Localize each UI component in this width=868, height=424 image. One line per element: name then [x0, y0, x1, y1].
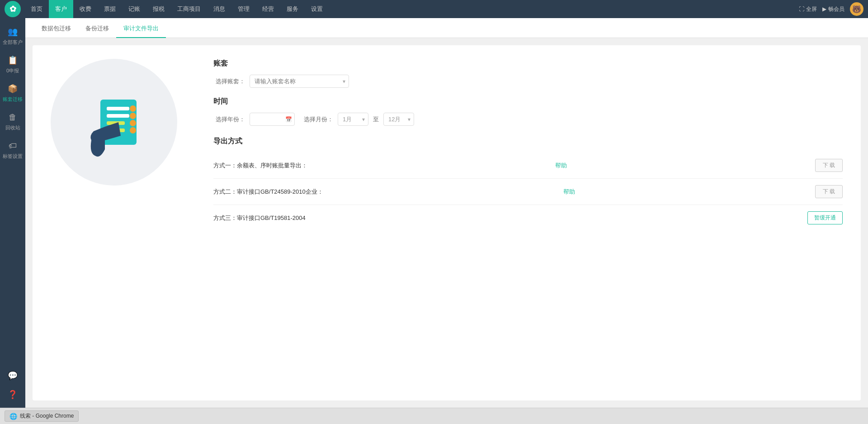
nav-settings[interactable]: 设置	[305, 0, 329, 18]
taskbar: 🌐 线索 - Google Chrome	[0, 408, 868, 424]
fullscreen-btn[interactable]: ⛶ 全屏	[799, 5, 817, 13]
sidebar-item-zero-declare[interactable]: 📋 0申报	[0, 50, 25, 79]
tab-data-migration[interactable]: 数据包迁移	[34, 20, 78, 38]
chrome-icon: 🌐	[9, 413, 17, 420]
logo-icon: ✿	[9, 4, 16, 14]
nav-business[interactable]: 工商项目	[171, 0, 207, 18]
svg-point-5	[130, 105, 136, 112]
account-field-row: 选择账套：	[213, 75, 843, 88]
account-migration-icon: 📦	[7, 83, 18, 94]
export-method-3-text: 方式三：审计接口GB/T19581-2004	[213, 214, 306, 222]
month-end-select[interactable]: 1月2月3月 4月5月6月 7月8月9月 10月11月12月	[383, 113, 414, 126]
export-method-2-help[interactable]: 帮助	[563, 188, 575, 196]
sidebar-item-all-clients[interactable]: 👥 全部客户	[0, 22, 25, 50]
nav-items: 首页 客户 收费 票据 记账 报税 工商项目 消息 管理 经营 服务 设置	[24, 0, 799, 18]
nav-accounting[interactable]: 记账	[122, 0, 146, 18]
sidebar-bottom: 💬 ❓	[5, 368, 20, 408]
nav-manage[interactable]: 管理	[231, 0, 256, 18]
to-text: 至	[373, 115, 379, 124]
month-label: 选择月份：	[304, 115, 333, 124]
vip-btn[interactable]: ▶ 畅会员	[822, 5, 844, 13]
export-method-2-text: 方式二：审计接口GB/T24589-2010企业：	[213, 188, 323, 196]
svg-point-7	[130, 120, 136, 126]
form-section: 账套 选择账套： 时间 选择年份： 2023	[51, 59, 843, 231]
fullscreen-icon: ⛶	[799, 6, 804, 12]
year-input-wrapper[interactable]: 2023	[250, 113, 295, 126]
tab-bar: 数据包迁移 备份迁移 审计文件导出	[25, 18, 868, 38]
export-method-1: 方式一：余额表、序时账批量导出： 帮助 下 载	[213, 152, 843, 179]
label-settings-icon: 🏷	[7, 140, 18, 151]
top-nav-right: ⛶ 全屏 ▶ 畅会员 🐻	[799, 2, 863, 16]
time-section-title: 时间	[213, 97, 843, 106]
sidebar-item-account-migration[interactable]: 📦 账套迁移	[0, 79, 25, 107]
svg-rect-1	[107, 107, 129, 110]
account-section-title: 账套	[213, 59, 843, 68]
nav-invoice[interactable]: 票据	[98, 0, 122, 18]
taskbar-chrome[interactable]: 🌐 线索 - Google Chrome	[5, 410, 79, 422]
sidebar-item-label-settings[interactable]: 🏷 标签设置	[0, 136, 25, 164]
svg-point-6	[130, 113, 136, 119]
nav-home[interactable]: 首页	[24, 0, 49, 18]
tab-backup-migration[interactable]: 备份迁移	[78, 20, 116, 38]
form-fields: 账套 选择账套： 时间 选择年份： 2023	[213, 59, 843, 231]
nav-message[interactable]: 消息	[207, 0, 231, 18]
nav-billing[interactable]: 收费	[73, 0, 98, 18]
illustration	[51, 59, 177, 186]
export-method-1-text: 方式一：余额表、序时账批量导出：	[213, 162, 307, 170]
export-method-3: 方式三：审计接口GB/T19581-2004 暂缓开通	[213, 205, 843, 231]
year-input[interactable]: 2023	[250, 113, 295, 126]
export-section-title: 导出方式	[213, 137, 843, 146]
month-end-select-wrapper[interactable]: 1月2月3月 4月5月6月 7月8月9月 10月11月12月	[383, 113, 414, 126]
sidebar-item-recycle[interactable]: 🗑 回收站	[0, 107, 25, 136]
nav-operate[interactable]: 经营	[256, 0, 280, 18]
chat-icon[interactable]: 💬	[5, 368, 20, 383]
svg-rect-2	[107, 114, 129, 118]
export-method-2: 方式二：审计接口GB/T24589-2010企业： 帮助 下 载	[213, 179, 843, 205]
main-layout: 👥 全部客户 📋 0申报 📦 账套迁移 🗑 回收站 🏷 标签设置 💬 ❓ 数据包…	[0, 18, 868, 408]
month-start-select-wrapper[interactable]: 1月2月3月 4月5月6月 7月8月9月 10月11月12月	[338, 113, 368, 126]
avatar[interactable]: 🐻	[850, 2, 863, 16]
zero-declare-icon: 📋	[7, 55, 18, 66]
svg-point-8	[130, 127, 136, 133]
export-method-1-btn[interactable]: 下 载	[815, 159, 843, 172]
nav-tax[interactable]: 报税	[146, 0, 171, 18]
export-method-1-help[interactable]: 帮助	[555, 162, 567, 170]
export-method-2-btn[interactable]: 下 载	[815, 185, 843, 198]
export-method-3-btn[interactable]: 暂缓开通	[807, 211, 843, 224]
help-icon[interactable]: ❓	[5, 387, 20, 402]
taskbar-chrome-label: 线索 - Google Chrome	[20, 412, 74, 420]
account-select-input[interactable]	[250, 75, 349, 88]
export-section: 导出方式 方式一：余额表、序时账批量导出： 帮助 下 载 方式二：审计接口GB/…	[213, 137, 843, 231]
recycle-icon: 🗑	[7, 112, 18, 123]
content-area: 数据包迁移 备份迁移 审计文件导出	[25, 18, 868, 408]
page-content: 账套 选择账套： 时间 选择年份： 2023	[33, 45, 861, 400]
logo: ✿	[5, 1, 21, 17]
top-nav: ✿ 首页 客户 收费 票据 记账 报税 工商项目 消息 管理 经营 服务 设置 …	[0, 0, 868, 18]
time-row: 选择年份： 2023 选择月份： 1月2月3月 4月5月6月 7月8月9月	[213, 113, 843, 126]
tab-audit-export[interactable]: 审计文件导出	[116, 20, 166, 38]
nav-service[interactable]: 服务	[280, 0, 305, 18]
vip-icon: ▶	[822, 6, 826, 12]
sidebar: 👥 全部客户 📋 0申报 📦 账套迁移 🗑 回收站 🏷 标签设置 💬 ❓	[0, 18, 25, 408]
nav-clients[interactable]: 客户	[49, 0, 73, 18]
all-clients-icon: 👥	[7, 26, 18, 37]
account-select-label: 选择账套：	[213, 77, 245, 86]
time-section: 时间 选择年份： 2023 选择月份： 1月2月3月 4月5月6月	[213, 97, 843, 126]
account-select-wrapper[interactable]	[250, 75, 349, 88]
month-start-select[interactable]: 1月2月3月 4月5月6月 7月8月9月 10月11月12月	[338, 113, 368, 126]
year-label: 选择年份：	[213, 115, 245, 124]
